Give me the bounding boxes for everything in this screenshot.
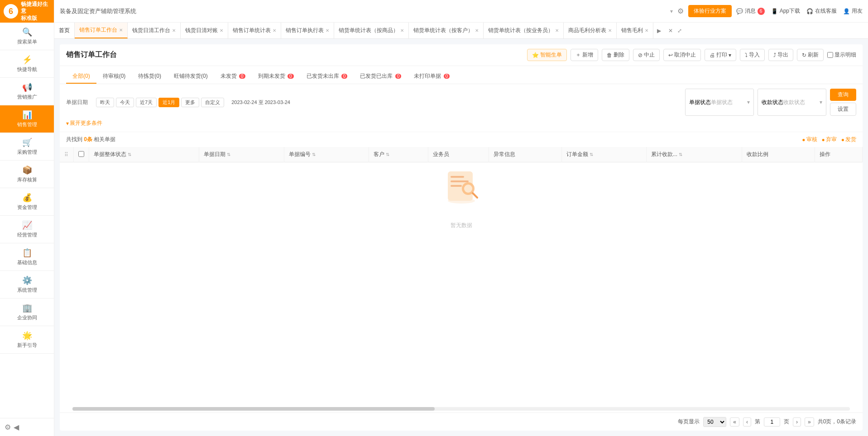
sub-tab-pending-inspect[interactable]: 待拣货(0) [132,70,168,84]
set-button[interactable]: 设置 [830,103,856,116]
sidebar-item-enterprise[interactable]: 🏢 企业协同 [0,299,54,326]
tab-sales-summary-customer-close[interactable]: ✕ [475,28,479,33]
sub-tab-all[interactable]: 全部(0) [66,70,96,84]
sidebar-item-system[interactable]: ⚙️ 系统管理 [0,271,54,299]
number-sort[interactable]: ⇅ [312,152,316,157]
date-sort[interactable]: ⇅ [227,152,230,157]
tab-home[interactable]: 首页 [54,23,75,38]
date-btn-1month[interactable]: 近1月 [158,98,179,107]
date-btn-today[interactable]: 今天 [116,98,134,107]
export-button[interactable]: ⤴ 导出 [768,49,793,61]
th-check[interactable] [73,147,89,162]
sidebar-item-basic-info[interactable]: 📋 基础信息 [0,243,54,271]
tab-product-margin-close[interactable]: ✕ [608,28,612,33]
sidebar-item-sales[interactable]: 📊 销售管理 [0,105,54,133]
stop-button[interactable]: ⊘ 中止 [633,49,660,61]
tab-sales-stat[interactable]: 销售订单统计表 ✕ [228,23,281,38]
user-menu[interactable]: 👤 用友 [843,7,863,15]
sidebar-item-finance[interactable]: 💰 资金管理 [0,188,54,216]
collapse-icon[interactable]: ◀ [14,423,19,431]
sub-tab-not-printed[interactable]: 未打印单据 0 [408,70,456,84]
customer-sort[interactable]: ⇅ [386,152,389,157]
received-sort[interactable]: ⇅ [679,152,682,157]
sidebar-item-marketing[interactable]: 📢 营销推广 [0,78,54,105]
online-support-button[interactable]: 🎧 在线客服 [806,7,837,15]
sub-tab-overdue[interactable]: 到期未发货 0 [252,70,300,84]
tab-sales-exec-close[interactable]: ✕ [326,28,329,33]
status-sort[interactable]: ⇅ [128,152,131,157]
tab-sales-summary-product-close[interactable]: ✕ [400,28,404,33]
solution-button[interactable]: 体验行业方案 [688,5,732,17]
select-all-checkbox[interactable] [78,151,84,157]
refresh-button[interactable]: ↻ 刷新 [797,49,824,61]
tab-maximize-icon[interactable]: ⤢ [676,27,684,35]
settings-icon[interactable]: ⚙ [5,423,11,431]
tab-sales-exec[interactable]: 销售订单执行表 ✕ [281,23,334,38]
sub-tab-not-shipped[interactable]: 未发货 0 [214,70,252,84]
status-filter[interactable]: 单据状态 单据状态 ▾ [685,89,754,116]
amount-sort[interactable]: ⇅ [590,152,593,157]
scrollbar-track[interactable] [60,405,863,412]
sidebar-item-search[interactable]: 🔍 搜索菜单 [0,23,54,50]
sidebar-item-purchase[interactable]: 🛒 采购管理 [0,133,54,161]
tab-sales-summary-customer[interactable]: 销货单统计表（按客户） ✕ [409,23,484,38]
overdue-badge: 0 [288,74,294,79]
page-number-input[interactable] [764,417,780,427]
ship-op[interactable]: ● 发货 [841,136,856,143]
expand-filter-button[interactable]: ▾ 展开更多条件 [66,119,102,127]
tab-sales-stat-close[interactable]: ✕ [273,28,276,33]
page-size-select[interactable]: 50 10 20 100 [703,417,726,427]
title-dropdown-icon[interactable]: ▾ [670,8,673,14]
topbar-settings-icon[interactable]: ⚙ [677,7,684,15]
sidebar-item-inventory[interactable]: 📦 库存核算 [0,161,54,188]
tab-sales-order-close[interactable]: ✕ [119,28,123,33]
main-tabs: 首页 销售订单工作台 ✕ 钱货日清工作台 ✕ 钱货日清对账 ✕ 销售订单统计表 … [54,23,868,39]
tab-sales-summary-staff-close[interactable]: ✕ [555,28,559,33]
query-button[interactable]: 查询 [830,89,856,101]
review-op[interactable]: ● 审核 [802,136,817,143]
receipt-filter[interactable]: 收款状态 收款状态 ▾ [758,89,826,116]
cancel-op[interactable]: ● 弃审 [822,136,837,143]
show-detail-input[interactable] [827,52,833,58]
message-button[interactable]: 💬 消息 6 [736,7,765,15]
sidebar-item-guide[interactable]: 🌟 新手引导 [0,326,54,354]
date-btn-yesterday[interactable]: 昨天 [96,98,114,107]
tab-cash-daily[interactable]: 钱货日清工作台 ✕ [128,23,181,38]
cancel-stop-button[interactable]: ↩ 取消中止 [663,49,701,61]
tab-cash-daily-close[interactable]: ✕ [172,28,176,33]
tab-sales-gross-close[interactable]: ✕ [645,28,648,33]
date-btn-more[interactable]: 更多 [181,98,199,107]
table-header: ⠿ 单据整体状态 ⇅ 单据日期 ⇅ [60,147,863,162]
show-detail-checkbox[interactable]: 显示明细 [827,51,856,59]
shipped-out-badge: 0 [395,74,402,79]
tab-sales-order[interactable]: 销售订单工作台 ✕ [75,23,128,38]
sub-tab-shipped-not-out[interactable]: 已发货未出库 0 [300,70,354,84]
prev-page-button[interactable]: ‹ [743,417,751,427]
sub-tab-pending-review[interactable]: 待审核(0) [96,70,132,84]
tab-sales-gross[interactable]: 销售毛利 ✕ [617,23,653,38]
next-page-button[interactable]: › [793,417,801,427]
last-page-button[interactable]: » [805,417,814,427]
tab-cash-reconcile-close[interactable]: ✕ [220,28,223,33]
tab-sales-summary-product[interactable]: 销货单统计表（按商品） ✕ [334,23,409,38]
sub-tab-wangpu[interactable]: 旺铺待发货(0) [168,70,214,84]
print-button[interactable]: 🖨 打印 ▾ [705,49,736,61]
scroll-thumb[interactable] [72,407,435,411]
tab-close-all-icon[interactable]: ✕ [667,27,675,35]
smart-order-button[interactable]: ⭐ 智能生单 [527,49,567,61]
tab-cash-reconcile[interactable]: 钱货日清对账 ✕ [181,23,228,38]
delete-button[interactable]: 🗑 删除 [602,49,629,61]
sidebar-item-quick-nav[interactable]: ⚡ 快捷导航 [0,50,54,78]
date-btn-custom[interactable]: 自定义 [201,98,224,107]
scroll-track [72,407,850,411]
add-button[interactable]: ＋ 新增 [571,49,598,61]
date-btn-7days[interactable]: 近7天 [136,98,157,107]
tab-product-margin[interactable]: 商品毛利分析表 ✕ [564,23,617,38]
sub-tab-shipped-out[interactable]: 已发货已出库 0 [354,70,408,84]
tab-sales-summary-staff[interactable]: 销货单统计表（按业务员） ✕ [484,23,564,38]
sidebar-item-operations[interactable]: 📈 经营管理 [0,216,54,243]
import-button[interactable]: ⤵ 导入 [740,49,765,61]
app-download-button[interactable]: 📱 App下载 [771,7,800,15]
first-page-button[interactable]: « [730,417,739,427]
tabs-more-button[interactable]: ▶ [653,23,665,38]
